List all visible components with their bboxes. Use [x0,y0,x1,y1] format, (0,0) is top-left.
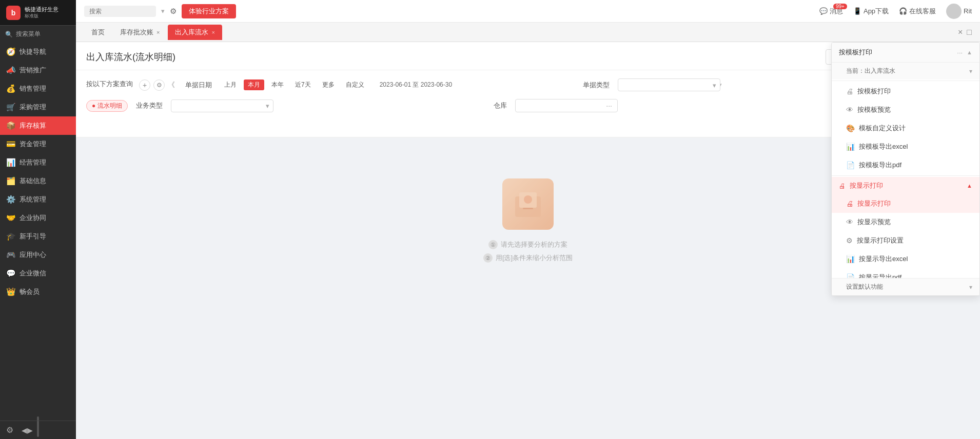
sidebar-item-quick-nav[interactable]: 🧭 快捷导航 [0,43,76,61]
page-content: 出入库流水(流水明细) 🖨 按模板打印 ▲ ⬆ 导出 🔄 刷新 [76,42,980,439]
marketing-icon: 📣 [6,66,15,75]
window-close-btn[interactable]: × [958,28,963,37]
dropdown-item-template-design[interactable]: 🎨 模板自定义设计 [832,119,979,137]
content-wrapper: 出入库流水(流水明细) 🖨 按模板打印 ▲ ⬆ 导出 🔄 刷新 [76,42,980,439]
sidebar-item-label: 企业协同 [19,213,46,223]
window-max-btn[interactable]: □ [967,28,972,37]
dropdown-current[interactable]: 当前：出入库流水 ▾ [832,63,979,79]
warehouse-input-wrapper: ··· [515,99,618,112]
date-shortcut-custom[interactable]: 自定义 [342,79,368,90]
date-shortcut-current-month[interactable]: 本月 [244,79,264,90]
app-download-button[interactable]: 📱 App下载 [853,7,889,16]
section-header-left: 🖨 按显示打印 [839,181,883,190]
dropdown-expand-icon[interactable]: ▲ [967,49,972,55]
dropdown-item-show-preview[interactable]: 👁 按显示预览 [832,213,979,231]
dropdown-item-show-print[interactable]: 🖨 按显示打印 [832,194,979,213]
member-icon: 👑 [6,287,15,296]
industry-solution-button[interactable]: 体验行业方案 [182,4,236,18]
sidebar-item-enterprise[interactable]: 🤝 企业协同 [0,209,76,227]
page-title: 出入库流水(流水明细) [86,51,175,63]
purchase-icon: 🛒 [6,103,15,112]
user-name: Rit [964,7,972,15]
date-shortcut-more[interactable]: 更多 [318,79,339,90]
dropdown-item-label: 按显示导出excel [859,254,908,264]
filter-add-button[interactable]: + [139,79,150,91]
dropdown-more-icon[interactable]: ··· [957,49,963,56]
online-service-button[interactable]: 🎧 在线客服 [899,7,936,16]
sidebar-item-label: 系统管理 [19,195,46,204]
sidebar-item-purchase[interactable]: 🛒 采购管理 [0,98,76,116]
preview-show-icon: 👁 [846,218,853,226]
dropdown-item-template-print[interactable]: 🖨 按模板打印 [832,82,979,101]
sidebar-item-apps[interactable]: 🎮 应用中心 [0,246,76,264]
collapse-icon[interactable]: ◀▶ [22,426,33,434]
tab-inventory-batch[interactable]: 库存批次账 × [113,25,167,40]
sidebar-item-marketing[interactable]: 📣 营销推广 [0,61,76,79]
voucher-type-select[interactable] [618,78,720,91]
filter-collapse-button[interactable]: 《 [168,81,175,90]
dropdown-item-show-pdf[interactable]: 📄 按显示导出pdf [832,268,979,278]
sidebar-item-finance[interactable]: 💳 资金管理 [0,135,76,153]
sidebar-item-label: 基础信息 [19,176,46,186]
tab-inventory-batch-close[interactable]: × [156,29,160,35]
messages-badge: 99+ [833,4,847,9]
tab-inventory-flow[interactable]: 出入库流水 × [168,25,222,40]
phone-icon: 📱 [853,7,861,15]
sidebar-item-member[interactable]: 👑 畅会员 [0,283,76,301]
sidebar-item-operations[interactable]: 📊 经营管理 [0,153,76,172]
tab-inventory-flow-label: 出入库流水 [175,28,208,37]
tab-home[interactable]: 首页 [84,25,112,40]
dropdown-item-show-excel[interactable]: 📊 按显示导出excel [832,250,979,268]
printer-template-icon: 🖨 [846,87,853,95]
sidebar-item-label: 资金管理 [19,139,46,149]
dropdown-header-actions: ··· ▲ [957,49,972,56]
sidebar-item-label: 畅会员 [19,287,40,296]
sales-icon: 💰 [6,84,15,93]
svg-point-2 [524,195,532,204]
topbar-dropdown-icon[interactable]: ▾ [161,7,165,15]
guide-icon: 🎓 [6,232,15,241]
design-template-icon: 🎨 [846,124,855,132]
tab-inventory-flow-close[interactable]: × [211,29,214,35]
dropdown-item-template-preview[interactable]: 👁 按模板预览 [832,101,979,119]
sidebar-item-label: 应用中心 [19,250,46,260]
tip-text-1: 请先选择要分析的方案 [501,240,567,249]
sidebar-item-sales[interactable]: 💰 销售管理 [0,79,76,98]
date-range: 2023-06-01 至 2023-06-30 [380,81,452,89]
business-type-select[interactable] [171,99,273,112]
sidebar-item-basics[interactable]: 🗂️ 基础信息 [0,172,76,190]
dropdown-item-show-settings[interactable]: ⚙ 按显示打印设置 [832,231,979,250]
wechat-icon: 💬 [6,269,15,278]
sidebar-search[interactable]: 🔍 搜索菜单 [0,26,76,43]
logo-icon: b [6,6,21,20]
show-print-section-header[interactable]: 🖨 按显示打印 ▲ [832,177,979,194]
divider-2 [832,175,979,176]
printer-show-icon: 🖨 [846,199,853,208]
date-shortcut-7days[interactable]: 近7天 [291,79,315,90]
sidebar-item-wechat[interactable]: 💬 企业微信 [0,264,76,283]
topbar-search-input[interactable] [84,6,156,17]
warehouse-more-icon[interactable]: ··· [606,102,612,110]
pdf-show-icon: 📄 [846,273,855,278]
messages-button[interactable]: 💬 消息 99+ [819,7,843,16]
user-avatar[interactable]: Rit [946,4,972,19]
settings-icon[interactable]: ⚙ [6,425,13,435]
sidebar-nav: 🧭 快捷导航 📣 营销推广 💰 销售管理 🛒 采购管理 📦 库存核算 💳 资金管… [0,43,76,416]
sidebar-item-system[interactable]: ⚙️ 系统管理 [0,190,76,209]
tab-home-label: 首页 [91,28,105,37]
dropdown-footer[interactable]: 设置默认功能 ▾ [832,278,979,295]
dropdown-item-template-excel[interactable]: 📊 按模板导出excel [832,137,979,156]
tip-num-1: ① [488,240,498,249]
topbar-gear-icon[interactable]: ⚙ [170,7,177,16]
date-shortcut-current-year[interactable]: 本年 [267,79,288,90]
date-shortcut-prev-month[interactable]: 上月 [220,79,241,90]
filter-setting-button[interactable]: ⚙ [153,79,165,91]
dropdown-item-label: 按显示预览 [857,217,891,227]
sidebar-item-inventory[interactable]: 📦 库存核算 [0,116,76,135]
dropdown-item-template-pdf[interactable]: 📄 按模板导出pdf [832,156,979,174]
sidebar-item-label: 经营管理 [19,158,46,167]
dropdown-header: 按模板打印 ··· ▲ [832,43,979,63]
sidebar-item-guide[interactable]: 🎓 新手引导 [0,227,76,246]
sidebar-item-label: 销售管理 [19,84,46,93]
dropdown-item-label: 按显示打印设置 [857,236,904,245]
